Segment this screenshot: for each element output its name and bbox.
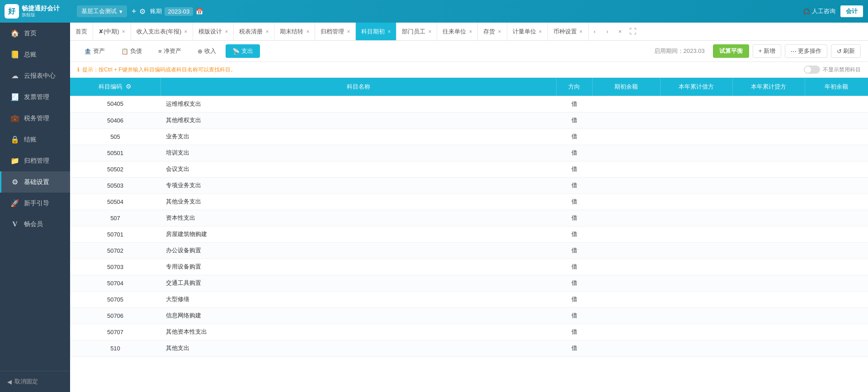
subjects-table: 科目编码 ⚙ 科目名称 方向 期初余额 本年累计借方 本年累计贷方 年初余额 xyxy=(70,78,868,357)
main-layout: 🏠 首页 📒 总账 ☁ 云报表中心 🧾 发票管理 💼 税务管理 🔒 结账 📁 归… xyxy=(0,23,868,392)
cell-debit xyxy=(660,324,732,340)
sidebar-item-close[interactable]: 🔒 结账 xyxy=(0,129,70,150)
tab-midterm[interactable]: ✘(中期) × xyxy=(93,23,131,41)
sidebar-item-tax[interactable]: 💼 税务管理 xyxy=(0,108,70,129)
cell-debit xyxy=(660,112,732,128)
tab-next-button[interactable]: › xyxy=(601,23,614,41)
tab-template-close[interactable]: × xyxy=(225,29,228,34)
table-row[interactable]: 50705 大型修缮 借 xyxy=(70,291,868,307)
tab-filing-close[interactable]: × xyxy=(347,29,350,34)
cell-balance xyxy=(592,291,660,307)
cell-code: 50701 xyxy=(70,226,160,242)
tab-unit[interactable]: 计量单位 × xyxy=(507,23,548,41)
table-row[interactable]: 510 其他支出 借 xyxy=(70,340,868,356)
table-row[interactable]: 50502 会议支出 借 xyxy=(70,161,868,177)
table-row[interactable]: 50702 办公设备购置 借 xyxy=(70,242,868,259)
table-row[interactable]: 50707 其他资本性支出 借 xyxy=(70,324,868,340)
col-settings-icon[interactable]: ⚙ xyxy=(126,83,132,90)
table-row[interactable]: 50706 信息网络购建 借 xyxy=(70,307,868,324)
sidebar-item-cloud[interactable]: ☁ 云报表中心 xyxy=(0,65,70,86)
calc-balance-button[interactable]: 试算平衡 xyxy=(713,44,749,58)
tab-midterm-close[interactable]: × xyxy=(122,29,125,34)
sidebar-item-guide[interactable]: 🚀 新手引导 xyxy=(0,193,70,214)
app-subtitle: 旗舰版 xyxy=(22,12,60,18)
tab-expand-button[interactable]: ⛶ xyxy=(627,23,639,41)
support-button[interactable]: 🎧 人工咨询 xyxy=(803,7,835,15)
table-row[interactable]: 50701 房屋建筑物购建 借 xyxy=(70,226,868,242)
support-label: 人工咨询 xyxy=(812,7,835,15)
tab-counterpart-close[interactable]: × xyxy=(469,29,472,34)
cell-code: 510 xyxy=(70,340,160,356)
cell-debit xyxy=(660,128,732,145)
tax-icon: 💼 xyxy=(10,114,19,123)
tab-subject-init[interactable]: 科目期初 × xyxy=(356,23,396,41)
project-selector[interactable]: 基层工会测试 ▾ xyxy=(77,5,127,17)
disable-toggle[interactable] xyxy=(804,66,820,74)
tab-filing[interactable]: 归档管理 × xyxy=(315,23,356,41)
table-row[interactable]: 50704 交通工具购置 借 xyxy=(70,275,868,291)
sidebar-item-invoice[interactable]: 🧾 发票管理 xyxy=(0,86,70,108)
tab-inventory[interactable]: 存货 × xyxy=(478,23,507,41)
cell-year xyxy=(805,307,868,324)
cell-balance xyxy=(592,194,660,210)
tab-subject-init-close[interactable]: × xyxy=(387,29,391,34)
settings-icon[interactable]: ⚙ xyxy=(139,7,146,16)
tab-currency[interactable]: 币种设置 × xyxy=(548,23,589,41)
tab-tax-label: 税表清册 xyxy=(239,28,263,36)
table-row[interactable]: 50405 运维维权支出 借 xyxy=(70,96,868,112)
cell-balance xyxy=(592,259,660,275)
add-project-icon[interactable]: + xyxy=(132,7,137,16)
sidebar-item-archive[interactable]: 📁 归档管理 xyxy=(0,150,70,171)
tab-counterpart[interactable]: 往来单位 × xyxy=(437,23,478,41)
tab-net-assets[interactable]: ≡ 净资产 xyxy=(151,44,188,58)
tab-inventory-close[interactable]: × xyxy=(498,29,501,34)
table-row[interactable]: 50504 其他业务支出 借 xyxy=(70,194,868,210)
period-label: 账期 xyxy=(150,7,162,15)
cell-name: 信息网络购建 xyxy=(160,307,556,324)
table-row[interactable]: 50703 专用设备购置 借 xyxy=(70,259,868,275)
refresh-button[interactable]: ↺ 刷新 xyxy=(831,44,861,58)
sidebar-item-settings[interactable]: ⚙ 基础设置 xyxy=(0,171,70,193)
tab-dept[interactable]: 部门员工 × xyxy=(396,23,437,41)
content-area: 首页 ✘(中期) × 收入支出表(年报) × 模版设计 × 税表清册 × 期末结… xyxy=(70,23,868,392)
cell-balance xyxy=(592,161,660,177)
table-row[interactable]: 507 资本性支出 借 xyxy=(70,210,868,226)
tab-period-end-close[interactable]: × xyxy=(306,29,309,34)
tab-expenditure[interactable]: 📡 支出 xyxy=(226,44,260,58)
tab-period-end[interactable]: 期末结转 × xyxy=(274,23,315,41)
tab-assets[interactable]: 🏦 资产 xyxy=(77,44,112,58)
sidebar-item-home[interactable]: 🏠 首页 xyxy=(0,23,70,44)
sidebar-item-ledger[interactable]: 📒 总账 xyxy=(0,44,70,65)
account-button[interactable]: 会计 xyxy=(840,5,863,18)
tab-annual[interactable]: 收入支出表(年报) × xyxy=(131,23,193,41)
liabilities-label: 负债 xyxy=(130,47,142,55)
tab-unit-close[interactable]: × xyxy=(539,29,542,34)
tab-income[interactable]: ⊕ 收入 xyxy=(191,44,223,58)
cell-debit xyxy=(660,194,732,210)
tab-tax-close[interactable]: × xyxy=(265,29,269,34)
table-row[interactable]: 505 业务支出 借 xyxy=(70,128,868,145)
tab-close-all-button[interactable]: × xyxy=(614,23,627,41)
cell-name: 办公设备购置 xyxy=(160,242,556,259)
cell-dir: 借 xyxy=(556,259,592,275)
tab-home[interactable]: 首页 xyxy=(70,23,93,41)
cell-credit xyxy=(732,226,805,242)
sidebar-collapse-button[interactable]: ◀ 取消固定 xyxy=(0,371,70,392)
cell-dir: 借 xyxy=(556,96,592,112)
tab-template[interactable]: 模版设计 × xyxy=(193,23,234,41)
table-row[interactable]: 50406 其他维权支出 借 xyxy=(70,112,868,128)
table-row[interactable]: 50503 专项业务支出 借 xyxy=(70,177,868,194)
tab-tax[interactable]: 税表清册 × xyxy=(234,23,274,41)
tab-prev-button[interactable]: ‹ xyxy=(589,23,601,41)
tab-liabilities[interactable]: 📋 负债 xyxy=(114,44,149,58)
tip-left: ℹ 提示：按Ctrl + F键并输入科目编码或者科目名称可以查找科目。 xyxy=(77,66,236,74)
tab-currency-close[interactable]: × xyxy=(580,29,583,34)
more-actions-button[interactable]: ⋯ 更多操作 xyxy=(785,44,827,58)
cell-code: 50405 xyxy=(70,96,160,112)
calendar-icon[interactable]: 📅 xyxy=(196,8,203,15)
table-row[interactable]: 50501 培训支出 借 xyxy=(70,145,868,161)
sidebar-item-vip[interactable]: V 畅会员 xyxy=(0,214,70,235)
add-subject-button[interactable]: + 新增 xyxy=(753,44,781,58)
tab-annual-close[interactable]: × xyxy=(184,29,187,34)
tab-dept-close[interactable]: × xyxy=(428,29,431,34)
